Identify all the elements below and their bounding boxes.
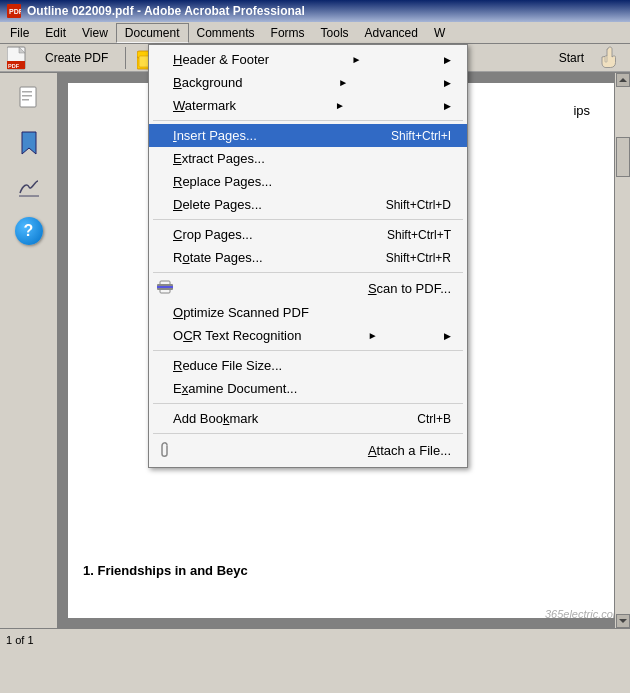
sidebar-signatures-button[interactable] [11, 169, 47, 205]
watermark-label: Watermark [173, 98, 236, 113]
attach-file-label: Attach a File... [368, 443, 451, 458]
reduce-file-size-label: Reduce File Size... [173, 358, 282, 373]
create-pdf-label: Create PDF [45, 51, 108, 65]
hand-tool-button[interactable] [596, 44, 626, 72]
header-footer-label: Header & Footer [173, 52, 269, 67]
scrollbar[interactable] [614, 73, 630, 628]
rotate-pages-label: Rotate Pages... [173, 250, 263, 265]
menu-edit[interactable]: Edit [37, 24, 74, 42]
title-bar: PDF Outline 022009.pdf - Adobe Acrobat P… [0, 0, 630, 22]
menu-item-rotate-pages[interactable]: Rotate Pages... Shift+Ctrl+R [149, 246, 467, 269]
menu-view[interactable]: View [74, 24, 116, 42]
sidebar-pages-button[interactable] [11, 81, 47, 117]
scroll-up-button[interactable] [616, 73, 630, 87]
sidebar-bookmarks-button[interactable] [11, 125, 47, 161]
menu-item-examine-document[interactable]: Examine Document... [149, 377, 467, 400]
svg-rect-13 [605, 56, 607, 62]
status-bar: 1 of 1 [0, 628, 630, 650]
bookmarks-icon [19, 130, 39, 156]
menu-item-add-bookmark[interactable]: Add Bookmark Ctrl+B [149, 407, 467, 430]
start-label: Start [559, 51, 584, 65]
menu-item-attach-file[interactable]: Attach a File... [149, 437, 467, 464]
background-label: Background [173, 75, 242, 90]
watermark-text: 365electric.com [545, 608, 622, 620]
submenu-arrow-2: ► [338, 77, 348, 88]
menu-separator-4 [153, 350, 463, 351]
crop-pages-label: Crop Pages... [173, 227, 253, 242]
scroll-down-button[interactable] [616, 614, 630, 628]
document-dropdown-menu: Header & Footer ► Background ► Watermark… [148, 44, 468, 468]
pdf-document-icon: PDF [4, 43, 32, 73]
examine-document-label: Examine Document... [173, 381, 297, 396]
menu-item-extract-pages[interactable]: Extract Pages... [149, 147, 467, 170]
menu-item-crop-pages[interactable]: Crop Pages... Shift+Ctrl+T [149, 223, 467, 246]
partial-text-ips: ips [573, 103, 590, 118]
menu-item-reduce-file-size[interactable]: Reduce File Size... [149, 354, 467, 377]
menu-item-header-footer[interactable]: Header & Footer ► [149, 48, 467, 71]
menu-advanced[interactable]: Advanced [357, 24, 426, 42]
svg-text:PDF: PDF [9, 8, 21, 15]
menu-item-optimize-scanned[interactable]: Optimize Scanned PDF [149, 301, 467, 324]
pages-icon [18, 86, 40, 112]
menu-forms[interactable]: Forms [263, 24, 313, 42]
menu-item-watermark[interactable]: Watermark ► [149, 94, 467, 117]
replace-pages-label: Replace Pages... [173, 174, 272, 189]
menu-item-scan-to-pdf[interactable]: Scan to PDF... [149, 276, 467, 301]
menu-item-background[interactable]: Background ► [149, 71, 467, 94]
insert-pages-shortcut: Shift+Ctrl+I [391, 129, 451, 143]
crop-pages-shortcut: Shift+Ctrl+T [387, 228, 451, 242]
menu-item-insert-pages[interactable]: Insert Pages... Shift+Ctrl+I [149, 124, 467, 147]
ocr-text-label: OCR Text Recognition [173, 328, 301, 343]
menu-file[interactable]: File [2, 24, 37, 42]
signatures-icon [17, 175, 41, 199]
extract-pages-label: Extract Pages... [173, 151, 265, 166]
menu-window[interactable]: W [426, 24, 453, 42]
insert-pages-label: Insert Pages... [173, 128, 257, 143]
delete-pages-shortcut: Shift+Ctrl+D [386, 198, 451, 212]
menu-tools[interactable]: Tools [313, 24, 357, 42]
toolbar-separator-1 [125, 47, 126, 69]
scan-icon [157, 280, 173, 297]
menu-separator-5 [153, 403, 463, 404]
create-pdf-button[interactable]: Create PDF [36, 48, 117, 68]
menu-bar: File Edit View Document Comments Forms T… [0, 22, 630, 44]
scroll-thumb[interactable] [616, 137, 630, 177]
svg-marker-19 [619, 78, 627, 82]
submenu-arrow-3: ► [335, 100, 345, 111]
menu-separator-6 [153, 433, 463, 434]
submenu-arrow-4: ► [368, 330, 378, 341]
sidebar: ? [0, 73, 58, 628]
help-button[interactable]: ? [15, 217, 43, 245]
menu-comments[interactable]: Comments [189, 24, 263, 42]
add-bookmark-label: Add Bookmark [173, 411, 258, 426]
menu-item-ocr-text[interactable]: OCR Text Recognition ► [149, 324, 467, 347]
menu-separator-1 [153, 120, 463, 121]
menu-separator-2 [153, 219, 463, 220]
svg-marker-20 [619, 619, 627, 623]
window-title: Outline 022009.pdf - Adobe Acrobat Profe… [27, 4, 305, 18]
app-icon: PDF [6, 3, 22, 19]
add-bookmark-shortcut: Ctrl+B [417, 412, 451, 426]
menu-item-delete-pages[interactable]: Delete Pages... Shift+Ctrl+D [149, 193, 467, 216]
svg-rect-16 [22, 95, 32, 97]
menu-separator-3 [153, 272, 463, 273]
page-bottom-text: 1. Friendships in and Beyc [83, 563, 248, 578]
svg-rect-15 [22, 91, 32, 93]
optimize-scanned-label: Optimize Scanned PDF [173, 305, 309, 320]
submenu-arrow: ► [352, 54, 362, 65]
svg-text:PDF: PDF [8, 63, 20, 69]
svg-rect-17 [22, 99, 29, 101]
paperclip-icon [157, 441, 171, 460]
document-menu: Header & Footer ► Background ► Watermark… [148, 44, 468, 468]
rotate-pages-shortcut: Shift+Ctrl+R [386, 251, 451, 265]
menu-document[interactable]: Document [116, 23, 189, 43]
delete-pages-label: Delete Pages... [173, 197, 262, 212]
scan-to-pdf-label: Scan to PDF... [368, 281, 451, 296]
page-info: 1 of 1 [6, 634, 34, 646]
svg-rect-14 [20, 87, 36, 107]
menu-item-replace-pages[interactable]: Replace Pages... [149, 170, 467, 193]
